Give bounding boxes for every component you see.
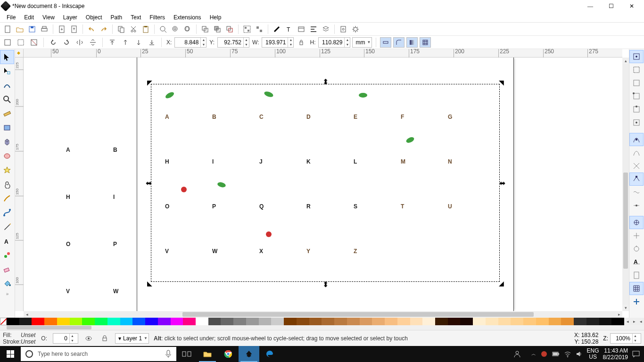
palette-swatch[interactable]: [70, 318, 83, 325]
print-button[interactable]: [39, 24, 50, 35]
snap-grid-button[interactable]: [629, 282, 644, 295]
cube-tool[interactable]: [0, 135, 14, 149]
close-button[interactable]: ✕: [621, 0, 642, 12]
x-input[interactable]: ▲▼: [174, 37, 206, 48]
snap-bbox-midpoint-button[interactable]: [629, 103, 644, 116]
palette-swatch[interactable]: [233, 318, 246, 325]
action-center-button[interactable]: [628, 346, 644, 362]
palette-swatch[interactable]: [107, 318, 120, 325]
taskbar-people[interactable]: [507, 346, 528, 362]
palette-swatch[interactable]: [271, 318, 284, 325]
eraser-tool[interactable]: [0, 262, 14, 276]
h-input[interactable]: ▲▼: [318, 37, 350, 48]
palette-swatch[interactable]: [599, 318, 612, 325]
fill-stroke-dialog-button[interactable]: [271, 24, 282, 35]
unlink-clone-button[interactable]: [224, 24, 235, 35]
snap-midpoint-button[interactable]: [629, 199, 644, 212]
ruler-horizontal[interactable]: 500255075100125150175200225250275: [24, 49, 622, 58]
star-tool[interactable]: [0, 163, 14, 177]
text-dialog-button[interactable]: T: [283, 24, 295, 35]
microphone-icon[interactable]: [165, 350, 172, 358]
palette-swatch[interactable]: [385, 318, 397, 325]
palette-swatch[interactable]: [611, 318, 624, 325]
handle-s[interactable]: ⬍: [322, 281, 328, 287]
snap-center-button[interactable]: [629, 229, 644, 242]
palette-swatch[interactable]: [372, 318, 385, 325]
palette-swatch[interactable]: [486, 318, 498, 325]
menu-help[interactable]: Help: [206, 13, 225, 22]
palette-swatch[interactable]: [32, 318, 44, 325]
palette-swatch[interactable]: [171, 318, 183, 325]
canvas-viewport[interactable]: ◤ ⬍ ◥ ⬌ ⬌ ◣ ⬍ ◢ AB HI OP VW: [24, 58, 622, 311]
transform-gradient-button[interactable]: [406, 37, 418, 48]
layers-dialog-button[interactable]: [320, 24, 331, 35]
lock-aspect-button[interactable]: [296, 37, 307, 48]
snap-guide-button[interactable]: [629, 295, 644, 308]
palette-swatch[interactable]: [145, 318, 158, 325]
taskbar-inkscape[interactable]: [239, 346, 259, 362]
palette-swatch[interactable]: [7, 318, 19, 325]
canvas-scrollbar-horizontal[interactable]: ◂ ▸: [24, 311, 622, 318]
tray-chevron-icon[interactable]: ︿: [531, 351, 536, 357]
scroll-right-button[interactable]: ▸: [616, 311, 622, 318]
palette-swatch[interactable]: [511, 318, 523, 325]
zoom-tool[interactable]: [0, 92, 14, 107]
menu-text[interactable]: Text: [127, 13, 145, 22]
palette-scrollbar[interactable]: [0, 325, 644, 330]
taskbar-chrome[interactable]: [218, 346, 239, 362]
zoom-page-button[interactable]: [182, 24, 193, 35]
snap-page-border-button[interactable]: [629, 269, 644, 282]
measure-tool[interactable]: [0, 107, 14, 121]
palette-swatch[interactable]: [19, 318, 32, 325]
system-tray[interactable]: ︿ ENG US: [528, 348, 603, 360]
palette-swatch[interactable]: [460, 318, 473, 325]
handle-w[interactable]: ⬌: [146, 180, 151, 186]
rotate-cw-button[interactable]: [61, 37, 72, 48]
palette-swatch[interactable]: [208, 318, 221, 325]
palette-scroll-left[interactable]: ◂: [624, 318, 631, 325]
spiral-tool[interactable]: [0, 177, 14, 191]
taskbar-clock[interactable]: 11:43 AM 8/22/2019: [603, 347, 628, 361]
snap-bbox-button[interactable]: [629, 63, 644, 76]
snap-node-button[interactable]: [629, 133, 644, 146]
palette-swatch[interactable]: [422, 318, 435, 325]
palette-swatch[interactable]: [95, 318, 107, 325]
text-tool[interactable]: A: [0, 234, 14, 248]
palette-swatch[interactable]: [284, 318, 297, 325]
palette-scroll-right[interactable]: ▸: [631, 318, 637, 325]
export-button[interactable]: [68, 24, 80, 35]
y-input[interactable]: ▲▼: [217, 37, 249, 48]
snap-bbox-edge-button[interactable]: [629, 76, 644, 90]
raise-button[interactable]: [120, 37, 131, 48]
transform-corners-button[interactable]: [393, 37, 405, 48]
palette-swatch[interactable]: [322, 318, 334, 325]
palette-swatch[interactable]: [132, 318, 145, 325]
opacity-input[interactable]: ▲▼: [53, 333, 78, 344]
layer-lock-toggle[interactable]: [99, 333, 110, 344]
palette-swatch[interactable]: [120, 318, 133, 325]
palette-swatch[interactable]: [498, 318, 511, 325]
raise-top-button[interactable]: [107, 37, 118, 48]
zoom-control[interactable]: Z: ▲▼: [603, 333, 641, 344]
preferences-button[interactable]: [350, 24, 361, 35]
palette-swatch[interactable]: [246, 318, 259, 325]
calligraphy-tool[interactable]: [0, 220, 14, 234]
pencil-tool[interactable]: [0, 191, 14, 206]
tray-lang2[interactable]: US: [589, 354, 597, 360]
tweak-tool[interactable]: [0, 78, 14, 92]
unit-select[interactable]: mm▼: [352, 37, 372, 48]
zoom-selection-button[interactable]: [157, 24, 169, 35]
save-button[interactable]: [26, 24, 38, 35]
paste-button[interactable]: [140, 24, 151, 35]
gradient-tool[interactable]: [0, 248, 14, 262]
palette-swatch[interactable]: [297, 318, 309, 325]
new-button[interactable]: [2, 24, 13, 35]
zoom-drawing-button[interactable]: [170, 24, 181, 35]
palette-swatch[interactable]: [360, 318, 372, 325]
rotate-ccw-button[interactable]: [48, 37, 59, 48]
lower-bottom-button[interactable]: [146, 37, 157, 48]
palette-swatch[interactable]: [309, 318, 322, 325]
snap-bbox-corner-button[interactable]: [629, 90, 644, 103]
menu-path[interactable]: Path: [107, 13, 126, 22]
start-button[interactable]: [0, 346, 21, 362]
